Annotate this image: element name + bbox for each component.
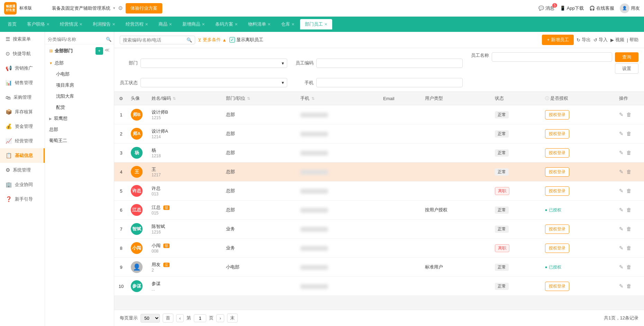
sidebar-item-quick-nav[interactable]: ⊙ 快捷导航 xyxy=(0,46,45,61)
help-button[interactable]: | 帮助 xyxy=(627,37,638,43)
tree-add-icon[interactable]: + xyxy=(96,47,103,55)
delete-button[interactable]: 🗑 xyxy=(626,188,632,194)
delete-button[interactable]: 🗑 xyxy=(626,112,632,117)
dept-item-zongbu[interactable]: ▼ 总部 xyxy=(45,58,114,69)
auth-login-button[interactable]: 授权登录 xyxy=(545,224,569,234)
tab-profit-close[interactable]: ✕ xyxy=(112,22,115,27)
tab-add-goods[interactable]: 新增商品 ✕ xyxy=(178,19,210,29)
dept-item-peihuo[interactable]: 配货 xyxy=(52,102,114,113)
online-service-button[interactable]: 🎧 在线客服 xyxy=(589,5,614,11)
tab-goods-close[interactable]: ✕ xyxy=(169,22,172,27)
delete-button[interactable]: 🗑 xyxy=(626,207,632,213)
tree-search-input[interactable] xyxy=(48,37,106,42)
show-resigned-checkbox[interactable]: ✓ 显示离职员工 xyxy=(229,37,263,43)
th-phone[interactable]: 手机 ⇅ xyxy=(298,92,380,105)
add-employee-button[interactable]: + 新增员工 xyxy=(542,35,573,45)
tab-goods[interactable]: 商品 ✕ xyxy=(154,19,177,29)
user-area[interactable]: 👤 用友 xyxy=(620,3,640,13)
dept-item-xiangmu[interactable]: 项目库房 xyxy=(52,80,114,91)
tab-warehouse-close[interactable]: ✕ xyxy=(291,22,294,27)
sidebar-item-search[interactable]: ☰ 搜索菜单 xyxy=(0,32,45,46)
app-download-button[interactable]: 📱 App下载 xyxy=(560,5,584,11)
page-size-select[interactable]: 50 10 20 100 xyxy=(140,314,160,323)
tab-history-close[interactable]: ✕ xyxy=(145,22,148,27)
tab-dept-employee-close[interactable]: ✕ xyxy=(324,22,327,27)
edit-button[interactable]: ✎ xyxy=(619,112,624,117)
emp-code-input[interactable] xyxy=(316,59,463,68)
tab-bom[interactable]: 物料清单 ✕ xyxy=(243,19,275,29)
sidebar-item-finance[interactable]: 💰 资金管理 xyxy=(0,119,45,134)
auth-login-button[interactable]: 授权登录 xyxy=(545,129,569,139)
edit-button[interactable]: ✎ xyxy=(619,169,624,175)
tab-operations[interactable]: 经营情况 ✕ xyxy=(55,19,87,29)
tab-history[interactable]: 经营历程 ✕ xyxy=(121,19,153,29)
auth-login-button[interactable]: 授权登录 xyxy=(545,110,569,120)
sidebar-item-enterprise[interactable]: 🏢 企业协同 xyxy=(0,177,45,192)
tab-operations-close[interactable]: ✕ xyxy=(79,22,82,27)
phone-input[interactable] xyxy=(316,78,463,87)
delete-button[interactable]: 🗑 xyxy=(626,169,632,175)
delete-button[interactable]: 🗑 xyxy=(626,245,632,251)
sidebar-item-guide[interactable]: ❓ 新手引导 xyxy=(0,192,45,206)
sidebar-item-operations[interactable]: 📈 经营管理 xyxy=(0,134,45,148)
set-button[interactable]: 设置 xyxy=(615,63,638,74)
delete-button[interactable]: 🗑 xyxy=(626,150,632,156)
edit-button[interactable]: ✎ xyxy=(619,207,624,213)
tree-search-icon[interactable]: 🔍 xyxy=(106,37,111,42)
last-page-button[interactable]: 末 xyxy=(227,314,238,323)
tab-bom-close[interactable]: ✕ xyxy=(267,22,271,27)
export-button[interactable]: ↻ 导出 xyxy=(577,37,591,43)
col-settings-icon[interactable]: ⚙ xyxy=(119,96,123,101)
auth-login-button[interactable]: 授权登录 xyxy=(545,244,569,253)
tab-dept-employee[interactable]: 部门员工 ✕ xyxy=(300,19,332,29)
sidebar-item-purchase[interactable]: 🛍 采购管理 xyxy=(0,90,45,105)
tab-barcode[interactable]: 条码方案 ✕ xyxy=(210,19,243,29)
sidebar-item-inventory[interactable]: 📦 库存核算 xyxy=(0,105,45,119)
tree-collapse-icon[interactable]: ≪ xyxy=(105,47,110,55)
tab-home[interactable]: 首页 xyxy=(3,19,21,29)
sidebar-item-sales[interactable]: 📊 销售管理 xyxy=(0,76,45,90)
dept-item-zongbu2[interactable]: 总部 xyxy=(45,124,114,135)
tab-barcode-close[interactable]: ✕ xyxy=(235,22,238,27)
th-dept-pos[interactable]: 部门/职位 ⇅ xyxy=(223,92,298,105)
th-settings[interactable]: ⚙ xyxy=(114,92,128,105)
tab-profit[interactable]: 利润报告 ✕ xyxy=(88,19,120,29)
emp-name-input[interactable] xyxy=(492,52,612,62)
view-button[interactable]: ▶ 视频 xyxy=(610,37,624,43)
delete-button[interactable]: 🗑 xyxy=(626,283,632,289)
tab-add-goods-close[interactable]: ✕ xyxy=(202,22,205,27)
dept-item-putao[interactable]: 葡萄王二 xyxy=(45,135,114,146)
edit-button[interactable]: ✎ xyxy=(619,188,624,194)
dept-item-shenyang[interactable]: 沈阳大库 xyxy=(52,91,114,102)
tab-customer-close[interactable]: ✕ xyxy=(46,22,49,27)
settings-icon[interactable]: ⚙ xyxy=(118,5,123,11)
dept-item-xiaodian[interactable]: 小电部 xyxy=(52,69,114,80)
edit-button[interactable]: ✎ xyxy=(619,245,624,251)
search-icon[interactable]: 🔍 xyxy=(187,37,192,43)
delete-button[interactable]: 🗑 xyxy=(626,226,632,232)
employee-search-input[interactable] xyxy=(123,37,185,43)
edit-button[interactable]: ✎ xyxy=(619,264,624,270)
th-name-code[interactable]: 姓名/编码 ⇅ xyxy=(149,92,223,105)
tab-warehouse[interactable]: 仓库 ✕ xyxy=(276,19,299,29)
auth-login-button[interactable]: 授权登录 xyxy=(545,186,569,196)
next-page-button[interactable]: › xyxy=(216,314,224,322)
dept-filter-select[interactable]: ▾ xyxy=(140,59,287,68)
more-filter-button[interactable]: ⊻ 更多条件 ▲ xyxy=(198,37,227,43)
sidebar-item-marketing[interactable]: 📢 营销推广 xyxy=(0,61,45,76)
edit-button[interactable]: ✎ xyxy=(619,131,624,136)
status-filter-select[interactable]: ▾ xyxy=(140,78,287,87)
import-button[interactable]: ↺ 导入 xyxy=(593,37,608,43)
auth-login-button[interactable]: 授权登录 xyxy=(545,148,569,158)
edit-button[interactable]: ✎ xyxy=(619,283,624,289)
prev-page-button[interactable]: ‹ xyxy=(176,314,184,322)
auth-login-button[interactable]: 授权登录 xyxy=(545,282,569,291)
edit-button[interactable]: ✎ xyxy=(619,226,624,232)
first-page-button[interactable]: 首 xyxy=(163,314,173,323)
trial-button[interactable]: 体验行业方案 xyxy=(126,3,162,14)
auth-login-button[interactable]: 授权登录 xyxy=(545,167,569,177)
system-dropdown-arrow[interactable]: ▾ xyxy=(113,6,115,10)
delete-button[interactable]: 🗑 xyxy=(626,264,632,270)
edit-button[interactable]: ✎ xyxy=(619,150,624,156)
tab-customer[interactable]: 客户联络 ✕ xyxy=(22,19,54,29)
